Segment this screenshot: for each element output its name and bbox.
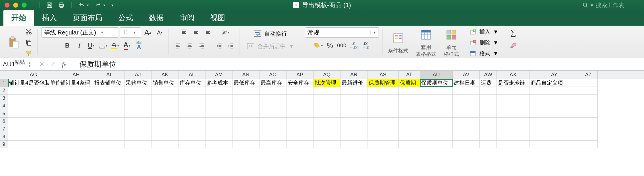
cell-AM8[interactable] bbox=[205, 133, 232, 141]
cell-AI7[interactable] bbox=[93, 125, 124, 133]
cell-AN3[interactable] bbox=[232, 95, 259, 102]
cell-AL7[interactable] bbox=[178, 125, 205, 133]
cell-AT3[interactable] bbox=[399, 95, 420, 102]
cell-AY4[interactable] bbox=[529, 102, 579, 110]
column-header-AG[interactable]: AG bbox=[8, 71, 59, 79]
cell-AP9[interactable] bbox=[286, 141, 313, 148]
undo-button[interactable]: ▼ bbox=[78, 2, 89, 8]
cell-AV7[interactable] bbox=[453, 125, 480, 133]
cell-AM2[interactable] bbox=[205, 87, 232, 95]
cell-AS3[interactable] bbox=[367, 95, 399, 102]
cell-AY7[interactable] bbox=[529, 125, 579, 133]
cell-AS8[interactable] bbox=[367, 133, 399, 141]
cell-AN6[interactable] bbox=[232, 118, 259, 125]
align-top-button[interactable] bbox=[179, 27, 189, 38]
cell-AS7[interactable] bbox=[367, 125, 399, 133]
column-header-AX[interactable]: AX bbox=[497, 71, 529, 79]
cell-AO5[interactable] bbox=[259, 110, 286, 118]
cell-AL4[interactable] bbox=[178, 102, 205, 110]
cell-AR4[interactable] bbox=[340, 102, 367, 110]
format-painter-button[interactable] bbox=[24, 49, 34, 58]
cell-AP8[interactable] bbox=[286, 133, 313, 141]
percent-button[interactable]: % bbox=[325, 40, 335, 51]
column-header-AV[interactable]: AV bbox=[453, 71, 480, 79]
cancel-formula-button[interactable]: ✕ bbox=[39, 61, 44, 68]
cell-AI5[interactable] bbox=[93, 110, 124, 118]
cell-AZ7[interactable] bbox=[579, 125, 598, 133]
cell-AI6[interactable] bbox=[93, 118, 124, 125]
cell-AI3[interactable] bbox=[93, 95, 124, 102]
cell-AI9[interactable] bbox=[93, 141, 124, 148]
cell-AG1[interactable]: 辅计量4是否包装单位 bbox=[8, 79, 59, 87]
cell-AV3[interactable] bbox=[453, 95, 480, 102]
cell-AL6[interactable] bbox=[178, 118, 205, 125]
cell-AG9[interactable] bbox=[8, 141, 59, 148]
cell-AW8[interactable] bbox=[480, 133, 497, 141]
align-left-button[interactable] bbox=[173, 40, 183, 51]
cell-AI8[interactable] bbox=[93, 133, 124, 141]
cell-AH9[interactable] bbox=[59, 141, 93, 148]
cell-AN7[interactable] bbox=[232, 125, 259, 133]
cell-AH7[interactable] bbox=[59, 125, 93, 133]
paste-button[interactable] bbox=[6, 35, 21, 50]
column-header-AL[interactable]: AL bbox=[178, 71, 205, 79]
cell-AW7[interactable] bbox=[480, 125, 497, 133]
cell-AQ5[interactable] bbox=[313, 110, 340, 118]
decrease-font-button[interactable]: A▾ bbox=[155, 27, 165, 38]
cell-AK2[interactable] bbox=[151, 87, 178, 95]
column-header-AT[interactable]: AT bbox=[399, 71, 420, 79]
autosum-button[interactable]: ∑ bbox=[508, 27, 518, 38]
cell-AL5[interactable] bbox=[178, 110, 205, 118]
cell-AV4[interactable] bbox=[453, 102, 480, 110]
tab-data[interactable]: 数据 bbox=[141, 10, 172, 26]
cell-AG7[interactable] bbox=[8, 125, 59, 133]
column-header-AW[interactable]: AW bbox=[480, 71, 497, 79]
cell-AX1[interactable]: 是否走冻链 bbox=[497, 79, 529, 87]
cell-AJ4[interactable] bbox=[124, 102, 151, 110]
cell-AQ3[interactable] bbox=[313, 95, 340, 102]
cell-AM9[interactable] bbox=[205, 141, 232, 148]
cell-AR3[interactable] bbox=[340, 95, 367, 102]
column-header-AZ[interactable]: AZ bbox=[579, 71, 598, 79]
align-bottom-button[interactable] bbox=[203, 27, 213, 38]
cell-AP2[interactable] bbox=[286, 87, 313, 95]
cell-AG2[interactable] bbox=[8, 87, 59, 95]
cell-AI4[interactable] bbox=[93, 102, 124, 110]
cell-AS6[interactable] bbox=[367, 118, 399, 125]
cell-AO4[interactable] bbox=[259, 102, 286, 110]
column-header-AP[interactable]: AP bbox=[286, 71, 313, 79]
format-as-table-button[interactable]: 套用 表格格式 bbox=[415, 27, 437, 59]
print-icon[interactable] bbox=[58, 2, 65, 8]
cell-AS1[interactable]: 保质期管理 bbox=[367, 79, 399, 87]
cell-AQ2[interactable] bbox=[313, 87, 340, 95]
column-header-AN[interactable]: AN bbox=[232, 71, 259, 79]
cell-AW1[interactable]: 运费 bbox=[480, 79, 497, 87]
cell-AM6[interactable] bbox=[205, 118, 232, 125]
cell-AK6[interactable] bbox=[151, 118, 178, 125]
cell-AY2[interactable] bbox=[529, 87, 579, 95]
cell-AZ9[interactable] bbox=[579, 141, 598, 148]
increase-indent-button[interactable] bbox=[226, 40, 236, 51]
cell-AN1[interactable]: 最低库存 bbox=[232, 79, 259, 87]
cell-AV1[interactable]: 建档日期 bbox=[453, 79, 480, 87]
cell-AK4[interactable] bbox=[151, 102, 178, 110]
cell-AO1[interactable]: 最高库存 bbox=[259, 79, 286, 87]
cell-AT9[interactable] bbox=[399, 141, 420, 148]
cell-AX9[interactable] bbox=[497, 141, 529, 148]
font-name-combo[interactable]: 等线 Regular (正文) ▼ bbox=[41, 27, 118, 38]
cell-AX8[interactable] bbox=[497, 133, 529, 141]
column-header-AO[interactable]: AO bbox=[259, 71, 286, 79]
cell-AJ5[interactable] bbox=[124, 110, 151, 118]
tab-home[interactable]: 开始 bbox=[3, 10, 34, 26]
cell-AT8[interactable] bbox=[399, 133, 420, 141]
cut-button[interactable] bbox=[24, 27, 34, 36]
cell-AV6[interactable] bbox=[453, 118, 480, 125]
cell-AW3[interactable] bbox=[480, 95, 497, 102]
cell-AN9[interactable] bbox=[232, 141, 259, 148]
cell-AP1[interactable]: 安全库存 bbox=[286, 79, 313, 87]
cell-AM1[interactable]: 参考成本 bbox=[205, 79, 232, 87]
cell-AU1[interactable]: 保质期单位 bbox=[420, 79, 453, 87]
cell-AY8[interactable] bbox=[529, 133, 579, 141]
save-icon[interactable] bbox=[46, 2, 53, 8]
column-header-AU[interactable]: AU bbox=[420, 71, 453, 79]
